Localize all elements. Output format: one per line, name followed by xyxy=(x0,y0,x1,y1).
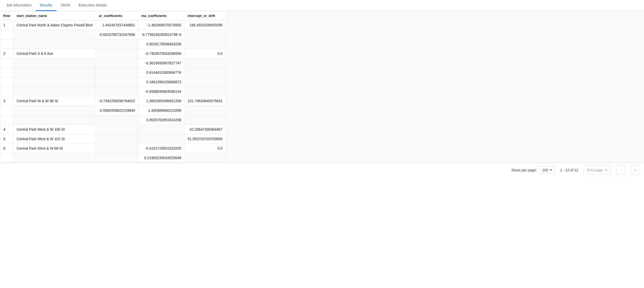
cell-intercept: 101.79634640575631 xyxy=(184,96,226,106)
cell-ma: -6.779919928391479E-4 xyxy=(138,30,184,39)
cell-intercept xyxy=(184,68,226,77)
cell-row xyxy=(0,115,13,125)
cell-row xyxy=(0,77,13,87)
cell-ma: -0.4101729501923205 xyxy=(138,144,184,153)
cell-intercept xyxy=(184,30,226,39)
cell-ma xyxy=(138,134,184,144)
cell-station-name xyxy=(13,30,96,39)
dropdown-icon xyxy=(550,169,552,171)
cell-station-name xyxy=(13,106,96,115)
pagination-range: 1 - 12 of 12 xyxy=(560,168,578,172)
cell-ma: -1.482906070570655 xyxy=(138,20,184,30)
table-row: -0.6588836683596134 xyxy=(0,87,226,96)
cell-ar xyxy=(96,134,138,144)
cell-ma: -0.7303970043296556 xyxy=(138,49,184,58)
table-row: -0.8319760731547999-6.779919928391479E-4 xyxy=(0,30,226,39)
prev-page-button xyxy=(616,166,626,175)
cell-row xyxy=(0,87,13,96)
tabs: Job informationResultsJSONExecution deta… xyxy=(0,0,644,11)
cell-station-name xyxy=(13,153,96,163)
pagination: Rows per page: 100 1 - 12 of 12 First pa… xyxy=(0,163,644,177)
cell-ar xyxy=(96,39,138,49)
cell-ar xyxy=(96,58,138,68)
cell-ma: 1.3691565096831206 xyxy=(138,96,184,106)
cell-ma: 0.5028176598493206 xyxy=(138,39,184,49)
cell-ma: 0.1881398105889872 xyxy=(138,77,184,87)
table-row: 0.5028176598493206 xyxy=(0,39,226,49)
column-header: ma_coefficients xyxy=(138,11,184,20)
cell-ar xyxy=(96,153,138,163)
cell-ar: -0.7342299296764622 xyxy=(96,96,138,106)
cell-station-name xyxy=(13,58,96,68)
cell-ma: -0.3616450907827747 xyxy=(138,58,184,68)
cell-ar: -0.5982059822154849 xyxy=(96,106,138,115)
table-row: 6Central Park West & W 68 St-0.410172950… xyxy=(0,144,226,153)
cell-row: 1 xyxy=(0,20,13,30)
cell-intercept xyxy=(184,77,226,87)
cell-row xyxy=(0,30,13,39)
first-page-icon xyxy=(604,168,608,172)
table-row: 1Central Park North & Adam Clayton Powel… xyxy=(0,20,226,30)
table-row: -0.59820598221548491.440589840210289 xyxy=(0,106,226,115)
table-row: 2Central Park S & 6 Ave-0.73039700432965… xyxy=(0,49,226,58)
table-row: 0.8520762651624298 xyxy=(0,115,226,125)
cell-station-name xyxy=(13,87,96,96)
cell-station-name: Central Park W & W 96 St xyxy=(13,96,96,106)
tab-job-information[interactable]: Job information xyxy=(2,0,36,11)
rows-per-page-select[interactable]: 100 xyxy=(539,166,555,174)
cell-intercept: 166.4553235655095 xyxy=(184,20,226,30)
tab-results[interactable]: Results xyxy=(36,0,56,11)
cell-row xyxy=(0,153,13,163)
cell-intercept: 0.0 xyxy=(184,49,226,58)
column-header: Row xyxy=(0,11,13,20)
cell-ma: 0.21963235043323648 xyxy=(138,153,184,163)
table-row: 3Central Park W & W 96 St-0.734229929676… xyxy=(0,96,226,106)
cell-ar xyxy=(96,125,138,134)
cell-ma: -0.6588836683596134 xyxy=(138,87,184,96)
cell-station-name: Central Park North & Adam Clayton Powell… xyxy=(13,20,96,30)
cell-station-name xyxy=(13,68,96,77)
cell-ar xyxy=(96,49,138,58)
first-page-button: First page xyxy=(583,166,611,174)
cell-intercept xyxy=(184,153,226,163)
next-page-button[interactable] xyxy=(631,166,640,175)
cell-ma: 0.8520762651624298 xyxy=(138,115,184,125)
rows-per-page: Rows per page: 100 xyxy=(512,166,555,174)
chevron-right-icon xyxy=(634,169,637,172)
cell-ar: -0.8319760731547999 xyxy=(96,30,138,39)
cell-row: 5 xyxy=(0,134,13,144)
cell-station-name xyxy=(13,115,96,125)
table-row: 4Central Park West & W 100 St42.29647295… xyxy=(0,125,226,134)
cell-intercept xyxy=(184,87,226,96)
first-page-label: First page xyxy=(587,168,603,172)
cell-station-name xyxy=(13,77,96,87)
cell-ma xyxy=(138,125,184,134)
table-row: 0.21963235043323648 xyxy=(0,153,226,163)
cell-row: 6 xyxy=(0,144,13,153)
table-row: 0.1881398105889872 xyxy=(0,77,226,87)
rows-per-page-label: Rows per page: xyxy=(512,168,537,172)
cell-ma: 1.440589840210289 xyxy=(138,106,184,115)
cell-intercept xyxy=(184,58,226,68)
cell-row: 4 xyxy=(0,125,13,134)
cell-station-name xyxy=(13,39,96,49)
tab-json[interactable]: JSON xyxy=(56,0,74,11)
results-area: Rowstart_station_namear_coefficientsma_c… xyxy=(0,11,644,163)
column-header: intercept_or_drift xyxy=(184,11,226,20)
cell-row: 3 xyxy=(0,96,13,106)
tab-execution-details[interactable]: Execution details xyxy=(74,0,111,11)
cell-ar: 1.442447937449891 xyxy=(96,20,138,30)
table-row: -0.3616450907827747 xyxy=(0,58,226,68)
cell-ar xyxy=(96,68,138,77)
cell-ar xyxy=(96,77,138,87)
cell-station-name: Central Park West & W 102 St xyxy=(13,134,96,144)
cell-station-name: Central Park West & W 100 St xyxy=(13,125,96,134)
cell-intercept xyxy=(184,39,226,49)
cell-intercept: 42.29647295364467 xyxy=(184,125,226,134)
cell-row xyxy=(0,106,13,115)
cell-row: 2 xyxy=(0,49,13,58)
cell-row xyxy=(0,39,13,49)
column-header: start_station_name xyxy=(13,11,96,20)
cell-ar xyxy=(96,144,138,153)
cell-intercept xyxy=(184,115,226,125)
